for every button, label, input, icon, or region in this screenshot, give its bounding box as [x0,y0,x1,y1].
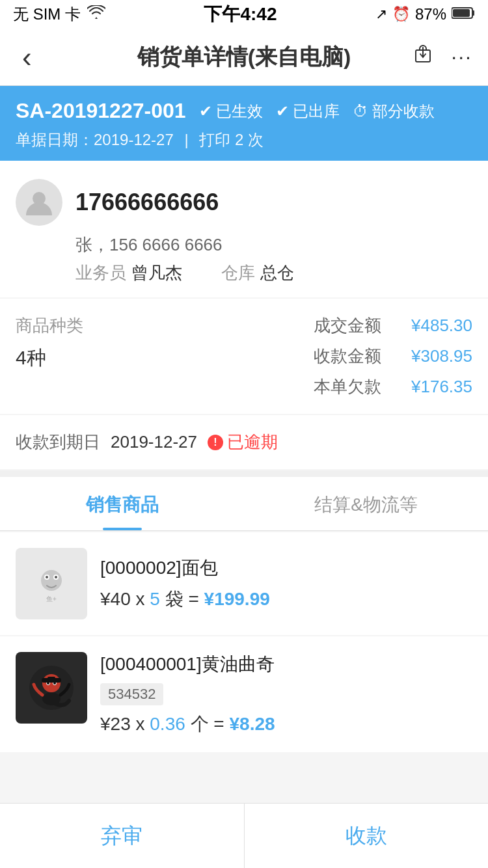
owed-label: 本单欠款 [314,375,381,398]
product-price-row-1: ¥40 x 5 袋 = ¥199.99 [100,587,472,612]
product-type-label: 商品种类 [16,314,83,337]
received-value: ¥308.95 [394,346,472,366]
status-effective: ✔ 已生效 [199,101,263,122]
check-icon-2: ✔ [276,102,289,120]
svg-point-8 [46,576,48,578]
divider [0,470,488,477]
more-icon[interactable]: ··· [451,45,472,69]
customer-name-phone: 张，156 6666 6666 [75,234,472,256]
owed-row: 本单欠款 ¥176.35 [314,375,472,398]
carrier-text: 无 SIM 卡 [13,4,81,25]
due-section: 收款到期日 2019-12-27 ! 已逾期 [0,415,488,469]
nav-bar: ‹ 销货单详情(来自电脑) ··· [0,29,488,86]
check-icon-1: ✔ [199,102,212,120]
customer-phone: 17666666666 [75,189,219,216]
status-shipped: ✔ 已出库 [276,101,340,122]
product-name-2: [000400001]黄油曲奇 [100,652,472,677]
status-partial: ⏱ 部分收款 [353,101,435,122]
warehouse-value: 总仓 [260,262,294,284]
summary-section: 商品种类 4种 成交金额 ¥485.30 收款金额 ¥308.95 本单欠款 ¥… [0,299,488,414]
svg-point-9 [55,576,57,578]
battery-icon [452,5,475,23]
svg-text:鱼+: 鱼+ [46,595,57,603]
warehouse: 仓库 总仓 [221,262,294,284]
sales-person-value: 曾凡杰 [131,262,182,284]
alarm-icon: ⏰ [392,6,410,23]
sales-person: 业务员 曾凡杰 [75,262,182,284]
header-date: 单据日期：2019-12-27 | 打印 2 次 [16,129,472,150]
customer-meta: 业务员 曾凡杰 仓库 总仓 [75,262,472,284]
status-bar: 无 SIM 卡 下午4:42 ↗ ⏰ 87% [0,0,488,29]
product-thumbnail-2 [16,652,87,724]
header-banner: SA-20191227-001 ✔ 已生效 ✔ 已出库 ⏱ 部分收款 单据日期：… [0,86,488,161]
status-right: ↗ ⏰ 87% [375,5,475,23]
received-row: 收款金额 ¥308.95 [314,345,472,368]
collect-button[interactable]: 收款 [245,804,489,868]
received-label: 收款金额 [314,345,381,368]
clock-icon: ⏱ [353,102,368,120]
nav-actions: ··· [413,45,472,69]
time-display: 下午4:42 [204,2,277,27]
product-tag-2: 534532 [100,683,163,705]
share-icon[interactable] [413,45,433,69]
tabs-section: 销售商品 结算&物流等 [0,477,488,531]
customer-section: 17666666666 张，156 6666 6666 业务员 曾凡杰 仓库 总… [0,161,488,297]
battery-text: 87% [415,5,446,23]
summary-left: 商品种类 4种 [16,314,83,372]
svg-rect-2 [453,9,470,17]
bottom-bar: 弃审 收款 [0,803,488,868]
tab-settlement[interactable]: 结算&物流等 [244,477,488,530]
amount-label: 成交金额 [314,314,381,337]
overdue-icon: ! [208,435,223,450]
location-icon: ↗ [375,6,387,23]
product-list: 鱼+ [0000002]面包 ¥40 x 5 袋 = ¥199.99 [0,532,488,752]
owed-value: ¥176.35 [394,377,472,397]
order-id: SA-20191227-001 [16,99,186,123]
back-button[interactable]: ‹ [16,34,38,80]
table-row: 鱼+ [0000002]面包 ¥40 x 5 袋 = ¥199.99 [0,532,488,635]
amount-value: ¥485.30 [394,316,472,336]
product-price-row-2: ¥23 x 0.36 个 = ¥8.28 [100,712,472,737]
overdue-badge: ! 已逾期 [208,431,278,454]
due-label: 收款到期日 [16,431,100,454]
product-thumbnail-1: 鱼+ [16,548,87,619]
customer-row: 17666666666 [16,179,472,226]
product-type-value: 4种 [16,345,83,372]
svg-rect-1 [472,10,474,16]
due-date: 2019-12-27 [111,432,197,452]
avatar [16,179,62,226]
table-row: [000400001]黄油曲奇 534532 ¥23 x 0.36 个 = ¥8… [0,636,488,752]
product-name-1: [0000002]面包 [100,556,472,580]
amount-row: 成交金额 ¥485.30 [314,314,472,337]
status-left: 无 SIM 卡 [13,4,105,25]
page-title: 销货单详情(来自电脑) [137,42,351,72]
overdue-text: 已逾期 [227,431,278,454]
cancel-button[interactable]: 弃审 [0,804,245,868]
wifi-icon [87,5,105,23]
product-info-2: [000400001]黄油曲奇 534532 ¥23 x 0.36 个 = ¥8… [100,652,472,737]
order-status-row: SA-20191227-001 ✔ 已生效 ✔ 已出库 ⏱ 部分收款 [16,99,472,123]
product-info-1: [0000002]面包 ¥40 x 5 袋 = ¥199.99 [100,548,472,619]
summary-right: 成交金额 ¥485.30 收款金额 ¥308.95 本单欠款 ¥176.35 [314,314,472,398]
tab-sales-products[interactable]: 销售商品 [0,477,244,530]
svg-rect-18 [47,677,55,679]
